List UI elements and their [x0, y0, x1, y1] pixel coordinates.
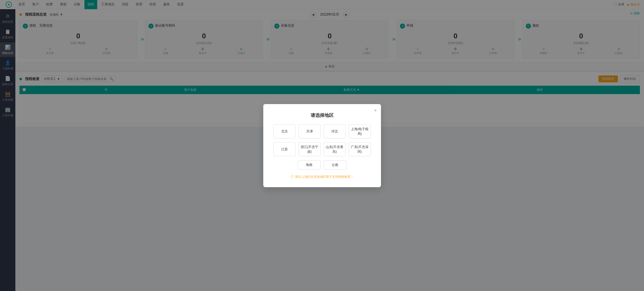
- region-btn-shandong[interactable]: 山东(不含青岛): [324, 142, 346, 156]
- region-btn-tianjin[interactable]: 天津: [299, 125, 321, 138]
- modal-title: 请选择地区: [274, 112, 371, 118]
- modal-warning: ⓘ 除以上地区外其他地区暂不支持报税检查！: [274, 175, 371, 179]
- region-grid-row2: 江苏 浙江(不含宁波) 山东(不含青岛) 广东(不含深圳): [274, 142, 371, 156]
- warning-icon: ⓘ: [291, 175, 294, 179]
- region-btn-yunnan[interactable]: 云南: [324, 160, 346, 170]
- region-btn-guangdong[interactable]: 广东(不含深圳): [349, 142, 371, 156]
- modal-overlay[interactable]: × 请选择地区 北京 天津 河北 上海(电子税局) 江苏 浙江(不含宁波) 山东…: [0, 0, 644, 291]
- region-grid-row3: 海南 云南: [274, 160, 371, 170]
- region-btn-zhejiang[interactable]: 浙江(不含宁波): [299, 142, 321, 156]
- modal-close-btn[interactable]: ×: [374, 108, 377, 113]
- region-btn-shanghai[interactable]: 上海(电子税局): [349, 125, 371, 138]
- region-btn-beijing[interactable]: 北京: [274, 125, 296, 138]
- region-btn-hainan[interactable]: 海南: [298, 160, 321, 170]
- region-btn-jiangsu[interactable]: 江苏: [274, 142, 296, 156]
- region-select-modal: × 请选择地区 北京 天津 河北 上海(电子税局) 江苏 浙江(不含宁波) 山东…: [263, 104, 381, 187]
- region-btn-hebei[interactable]: 河北: [324, 125, 346, 138]
- region-grid-row1: 北京 天津 河北 上海(电子税局): [274, 125, 371, 138]
